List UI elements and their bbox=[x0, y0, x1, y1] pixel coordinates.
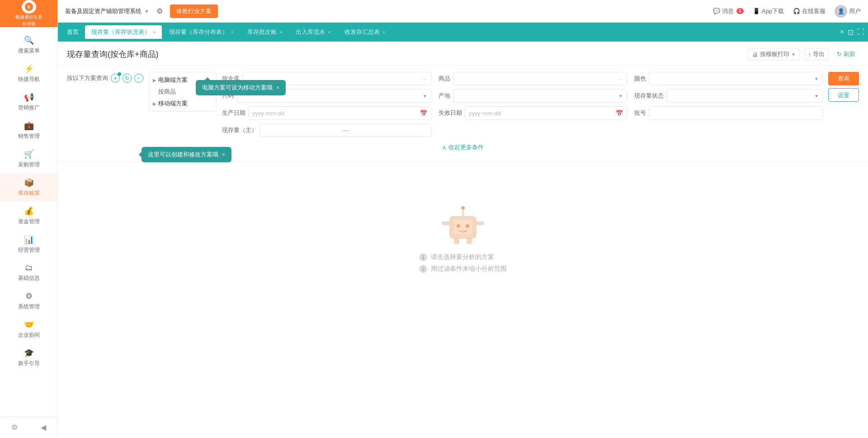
sidebar-label-base: 基础信息 bbox=[18, 274, 40, 282]
sidebar-item-coop[interactable]: 🤝 企业协同 bbox=[0, 315, 57, 344]
goods-select[interactable]: ··· bbox=[453, 72, 627, 85]
sidebar-item-finance[interactable]: 💰 资金管理 bbox=[0, 202, 57, 230]
sidebar-item-search[interactable]: 🔍 搜索菜单 bbox=[0, 31, 57, 59]
tab-inout-flow-close[interactable]: × bbox=[328, 29, 330, 35]
color-arrow: ▼ bbox=[814, 76, 819, 81]
tab-collect-summary[interactable]: 收发存汇总表 × bbox=[338, 25, 392, 39]
trial-button[interactable]: 体验行业方案 bbox=[170, 5, 218, 18]
svg-point-4 bbox=[457, 224, 460, 228]
scheme-mobile[interactable]: ▶ 移动端方案 bbox=[149, 98, 216, 109]
svg-rect-6 bbox=[442, 221, 450, 225]
expire-date-input[interactable]: yyyy-mm-dd 📅 bbox=[465, 106, 627, 120]
setting-button[interactable]: 设置 bbox=[828, 88, 859, 102]
produce-date-input[interactable]: yyyy-mm-dd 📅 bbox=[248, 106, 431, 120]
sidebar-item-inventory[interactable]: 📦 库存核算 bbox=[0, 173, 57, 202]
tab-inventory-dist-close[interactable]: × bbox=[231, 29, 233, 35]
scheme-pc-arrow: ▶ bbox=[153, 78, 156, 83]
scheme-mobile-arrow: ▶ bbox=[153, 101, 156, 106]
sidebar-label-guide: 快捷导航 bbox=[18, 75, 40, 83]
stock-qty-from[interactable] bbox=[264, 127, 340, 134]
top-header: 装备及固定资产辅助管理系统 ▼ ⚙ 体验行业方案 💬 消息 6 📱 App下载 … bbox=[58, 0, 868, 23]
origin-select[interactable]: ▼ bbox=[453, 89, 627, 103]
refresh-scheme-icon[interactable]: ↻ bbox=[123, 74, 132, 83]
guide-icon: ⚡ bbox=[24, 64, 34, 74]
field-color: 颜色 ▼ bbox=[634, 72, 823, 85]
sidebar-label-marketing: 营销推广 bbox=[18, 104, 40, 112]
header-user[interactable]: 👤 用户 bbox=[835, 5, 861, 18]
scheme-tooltip-close[interactable]: × bbox=[276, 85, 279, 91]
search-icon: 🔍 bbox=[24, 35, 34, 45]
produce-date-label: 生产日期 bbox=[222, 109, 245, 117]
system-dropdown-icon: ▼ bbox=[144, 9, 149, 14]
tab-inout-flow[interactable]: 出入库流水 × bbox=[289, 25, 337, 39]
header-app-download[interactable]: 📱 App下载 bbox=[753, 7, 784, 15]
sidebar-collapse-btn[interactable]: ◀ bbox=[39, 421, 48, 433]
sidebar-item-guide[interactable]: ⚡ 快捷导航 bbox=[0, 59, 57, 88]
tip-num-2: 2 bbox=[419, 265, 427, 273]
tab-home[interactable]: 首页 bbox=[61, 25, 84, 39]
produce-date-placeholder: yyyy-mm-dd bbox=[252, 110, 420, 117]
sidebar: 6 畅通通好生意 标准版 🔍 搜索菜单 ⚡ 快捷导航 📢 营销推广 💼 销售管理… bbox=[0, 0, 58, 438]
tab-collect-summary-label: 收发存汇总表 bbox=[344, 28, 380, 36]
tab-close-all-icon[interactable]: × bbox=[840, 28, 844, 36]
print-btn[interactable]: 🖨 按模板打印 ▼ bbox=[748, 48, 800, 61]
header-message[interactable]: 💬 消息 6 bbox=[713, 7, 744, 15]
tab-inventory-status[interactable]: 现存量（库存状况表） × bbox=[85, 25, 162, 39]
export-label: 导出 bbox=[813, 50, 825, 58]
stock-status-select[interactable]: ▼ bbox=[666, 89, 823, 103]
sidebar-item-sales[interactable]: 💼 销售管理 bbox=[0, 116, 57, 145]
tab-restore-icon[interactable]: ⊡ bbox=[848, 28, 854, 37]
header-support[interactable]: 🎧 在线客服 bbox=[793, 7, 826, 15]
message-icon: 💬 bbox=[713, 8, 720, 14]
tab-inventory-dist[interactable]: 现存量（库存分布表） × bbox=[163, 25, 240, 39]
sidebar-nav: 🔍 搜索菜单 ⚡ 快捷导航 📢 营销推广 💼 销售管理 🛒 采购管理 📦 库存核… bbox=[0, 27, 57, 416]
tab-inventory-status-close[interactable]: × bbox=[153, 29, 156, 35]
filter-label-area: 按以下方案查询 + ↻ ← bbox=[67, 72, 143, 83]
warehouse-dots: ··· bbox=[422, 75, 427, 82]
color-select[interactable]: ▼ bbox=[649, 72, 823, 85]
export-btn[interactable]: ↑ 导出 bbox=[804, 48, 829, 61]
create-tooltip-close[interactable]: × bbox=[222, 151, 225, 158]
sidebar-settings-btn[interactable]: ⚙ bbox=[9, 421, 19, 433]
back-scheme-icon[interactable]: ← bbox=[134, 74, 143, 83]
batch-no-input[interactable] bbox=[649, 106, 823, 120]
sidebar-label-purchase: 采购管理 bbox=[18, 161, 40, 169]
sidebar-logo: 6 畅通通好生意 标准版 bbox=[0, 0, 57, 27]
field-origin: 产地 ▼ bbox=[439, 89, 627, 103]
goods-dots: ··· bbox=[618, 75, 623, 82]
tab-expand-icon[interactable]: ⛶ bbox=[857, 28, 864, 36]
sidebar-item-base[interactable]: 🗂 基础信息 bbox=[0, 259, 57, 287]
search-button[interactable]: 查询 bbox=[828, 72, 859, 85]
collapse-filter-btn[interactable]: ∧ 收起更多条件 bbox=[442, 143, 484, 151]
logo-text: 标准版 bbox=[22, 21, 36, 27]
print-label: 按模板打印 bbox=[760, 50, 789, 58]
sidebar-item-marketing[interactable]: 📢 营销推广 bbox=[0, 88, 57, 116]
sidebar-label-sales: 销售管理 bbox=[18, 132, 40, 140]
sidebar-item-operation[interactable]: 📊 经营管理 bbox=[0, 230, 57, 259]
sidebar-label-coop: 企业协同 bbox=[18, 331, 40, 339]
sidebar-bottom: ⚙ ◀ bbox=[0, 416, 57, 438]
add-scheme-btn[interactable]: + bbox=[111, 74, 120, 83]
size-arrow: ▼ bbox=[423, 94, 427, 99]
sidebar-item-system[interactable]: ⚙ 系统管理 bbox=[0, 287, 57, 315]
sidebar-item-newbie[interactable]: 🎓 新手引导 bbox=[0, 344, 57, 372]
tab-collect-summary-close[interactable]: × bbox=[382, 29, 385, 35]
base-icon: 🗂 bbox=[25, 263, 33, 273]
empty-svg bbox=[438, 198, 488, 248]
field-expire-date: 失效日期 yyyy-mm-dd 📅 bbox=[439, 106, 627, 120]
stock-qty-range: — bbox=[260, 123, 431, 137]
finance-icon: 💰 bbox=[24, 206, 34, 216]
tab-inventory-batch-close[interactable]: × bbox=[279, 29, 282, 35]
scheme-tooltip-text: 电脑方案可设为移动方案哦 bbox=[202, 84, 273, 92]
tab-inventory-batch[interactable]: 库存批次账 × bbox=[241, 25, 288, 39]
app-label: App下载 bbox=[762, 7, 784, 15]
header-settings-icon[interactable]: ⚙ bbox=[156, 7, 163, 15]
sidebar-item-purchase[interactable]: 🛒 采购管理 bbox=[0, 145, 57, 173]
refresh-btn[interactable]: ↻ 刷新 bbox=[833, 48, 859, 60]
stock-qty-to[interactable] bbox=[351, 127, 427, 134]
sidebar-label-operation: 经营管理 bbox=[18, 246, 40, 254]
collapse-label: 收起更多条件 bbox=[448, 143, 484, 151]
coop-icon: 🤝 bbox=[24, 320, 34, 330]
stock-status-arrow: ▼ bbox=[814, 94, 819, 99]
scheme-tooltip-box: 电脑方案可设为移动方案哦 × bbox=[196, 80, 286, 95]
